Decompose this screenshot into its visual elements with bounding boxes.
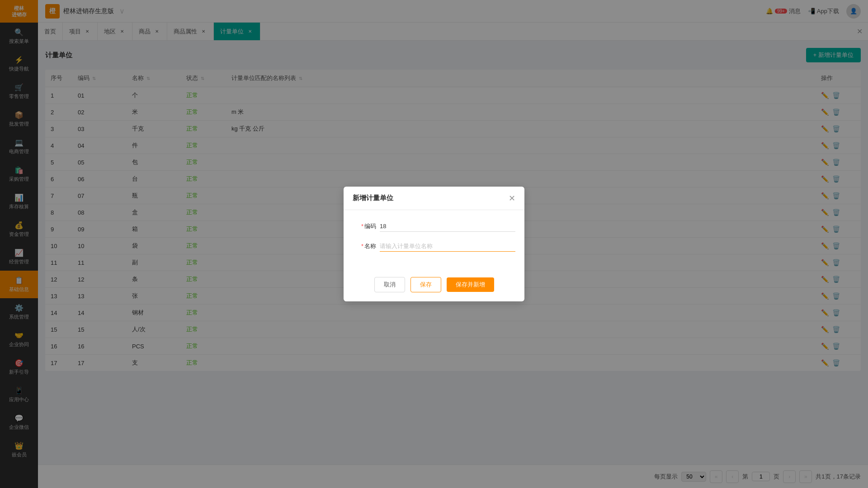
modal-title: 新增计量单位 — [353, 194, 393, 202]
code-input[interactable] — [380, 221, 515, 232]
modal-overlay[interactable]: 新增计量单位 ✕ 编码 名称 取消 保存 保存并新增 — [0, 0, 868, 488]
save-and-new-button[interactable]: 保存并新增 — [447, 277, 494, 292]
add-unit-modal: 新增计量单位 ✕ 编码 名称 取消 保存 保存并新增 — [344, 187, 524, 301]
name-label: 名称 — [353, 242, 380, 250]
code-label: 编码 — [353, 222, 380, 230]
save-button[interactable]: 保存 — [410, 277, 441, 292]
modal-footer: 取消 保存 保存并新增 — [344, 272, 524, 301]
cancel-button[interactable]: 取消 — [374, 277, 405, 292]
modal-header: 新增计量单位 ✕ — [344, 187, 524, 210]
modal-close-button[interactable]: ✕ — [509, 194, 515, 202]
code-field-row: 编码 — [353, 221, 515, 232]
name-field-row: 名称 — [353, 241, 515, 252]
name-input[interactable] — [380, 241, 515, 252]
modal-body: 编码 名称 — [344, 210, 524, 272]
